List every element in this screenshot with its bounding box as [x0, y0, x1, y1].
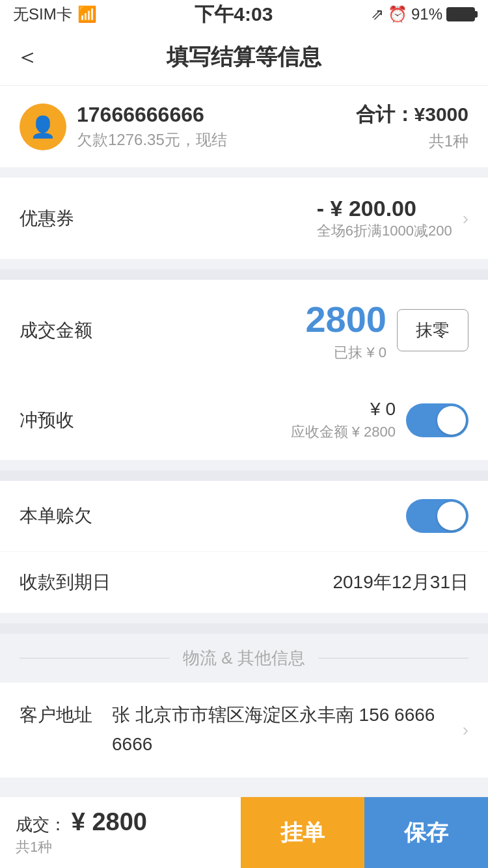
bottom-deal-row: 成交： ¥ 2800 — [16, 808, 225, 836]
round-zero-button[interactable]: 抹零 — [397, 309, 468, 351]
sep-line-left — [20, 658, 170, 658]
prepayment-row: 冲预收 ¥ 0 应收金额 ¥ 2800 — [0, 381, 488, 460]
bottom-amount: ¥ 2800 — [72, 808, 147, 835]
logistics-sep-text: 物流 & 其他信息 — [183, 647, 305, 670]
prepayment-value: ¥ 0 — [291, 399, 396, 420]
hang-order-button[interactable]: 挂单 — [241, 797, 364, 868]
credit-label: 本单赊欠 — [20, 504, 92, 528]
address-row[interactable]: 客户地址 张 北京市市辖区海淀区永丰南 156 6666 6666 › — [0, 683, 488, 778]
coupon-desc: 全场6折满1000减200 — [317, 221, 452, 241]
address-arrow-icon: › — [463, 720, 468, 740]
deal-amount-number: 2800 — [305, 298, 386, 340]
total-count: 共1种 — [356, 131, 468, 152]
bottom-deal-label: 成交： — [16, 815, 66, 834]
coupon-section: 优惠券 - ¥ 200.00 全场6折满1000减200 › — [0, 178, 488, 259]
customer-phone: 17666666666 — [77, 103, 227, 127]
alarm-icon: ⏰ — [388, 5, 407, 23]
coupon-right: - ¥ 200.00 全场6折满1000减200 › — [317, 196, 468, 241]
prepayment-sub: 应收金额 ¥ 2800 — [291, 422, 396, 442]
customer-left: 👤 17666666666 欠款1276.35元，现结 — [20, 103, 227, 150]
page-title: 填写结算等信息 — [167, 42, 321, 72]
battery-icon — [446, 7, 475, 21]
deal-amount-section: 成交金额 2800 已抹 ¥ 0 抹零 冲预收 ¥ 0 应收金额 ¥ 2800 — [0, 280, 488, 460]
deal-amount-right: 2800 已抹 ¥ 0 抹零 — [305, 298, 468, 362]
prepayment-right: ¥ 0 应收金额 ¥ 2800 — [291, 399, 468, 442]
deal-amount-row: 成交金额 2800 已抹 ¥ 0 抹零 — [0, 280, 488, 381]
save-button[interactable]: 保存 — [364, 797, 488, 868]
credit-section: 本单赊欠 收款到期日 2019年12月31日 — [0, 481, 488, 613]
customer-card: 👤 17666666666 欠款1276.35元，现结 合计：¥3000 共1种 — [0, 86, 488, 167]
prepayment-toggle[interactable] — [406, 403, 468, 437]
status-time: 下午4:03 — [195, 1, 273, 28]
amount-block: 2800 已抹 ¥ 0 — [305, 298, 386, 362]
wifi-icon: 📶 — [77, 5, 97, 23]
logistics-sep: 物流 & 其他信息 — [0, 634, 488, 683]
coupon-value: - ¥ 200.00 — [317, 196, 452, 221]
battery-percent: 91% — [411, 5, 442, 23]
total-label: 合计： — [356, 103, 414, 125]
divider-2 — [0, 470, 488, 481]
coupon-value-block: - ¥ 200.00 全场6折满1000减200 — [317, 196, 452, 241]
customer-right: 合计：¥3000 共1种 — [356, 102, 468, 152]
coupon-label: 优惠券 — [20, 206, 74, 231]
prepayment-label: 冲预收 — [20, 408, 74, 433]
total-amount: 合计：¥3000 — [356, 102, 468, 128]
back-button[interactable]: ＜ — [16, 41, 39, 73]
bottom-bar: 成交： ¥ 2800 共1种 挂单 保存 — [0, 796, 488, 868]
due-date-label: 收款到期日 — [20, 570, 111, 595]
sep-line-right — [318, 658, 468, 658]
carrier-text: 无SIM卡 — [13, 4, 72, 25]
content: 👤 17666666666 欠款1276.35元，现结 合计：¥3000 共1种… — [0, 86, 488, 868]
customer-sub: 欠款1276.35元，现结 — [77, 129, 227, 150]
location-icon: ⇗ — [371, 5, 384, 23]
bottom-count: 共1种 — [16, 837, 225, 857]
status-bar: 无SIM卡 📶 下午4:03 ⇗ ⏰ 91% — [0, 0, 488, 29]
deal-amount-label: 成交金额 — [20, 318, 92, 343]
address-value: 张 北京市市辖区海淀区永丰南 156 6666 6666 — [112, 701, 443, 759]
coupon-arrow-icon: › — [463, 208, 468, 229]
address-label: 客户地址 — [20, 701, 92, 730]
status-left: 无SIM卡 📶 — [13, 4, 97, 25]
avatar: 👤 — [20, 103, 66, 150]
due-date-value: 2019年12月31日 — [332, 570, 468, 595]
credit-row: 本单赊欠 — [0, 481, 488, 552]
due-date-row: 收款到期日 2019年12月31日 — [0, 552, 488, 613]
status-right: ⇗ ⏰ 91% — [371, 5, 475, 23]
page-header: ＜ 填写结算等信息 — [0, 29, 488, 86]
credit-right — [406, 499, 468, 533]
credit-toggle[interactable] — [406, 499, 468, 533]
divider-1 — [0, 269, 488, 280]
prepayment-value-block: ¥ 0 应收金额 ¥ 2800 — [291, 399, 396, 442]
coupon-row[interactable]: 优惠券 - ¥ 200.00 全场6折满1000减200 › — [0, 178, 488, 259]
deal-amount-sub: 已抹 ¥ 0 — [305, 343, 386, 362]
total-value: ¥3000 — [414, 103, 468, 125]
divider-3 — [0, 623, 488, 634]
bottom-info: 成交： ¥ 2800 共1种 — [0, 797, 241, 868]
customer-info: 17666666666 欠款1276.35元，现结 — [77, 103, 227, 150]
